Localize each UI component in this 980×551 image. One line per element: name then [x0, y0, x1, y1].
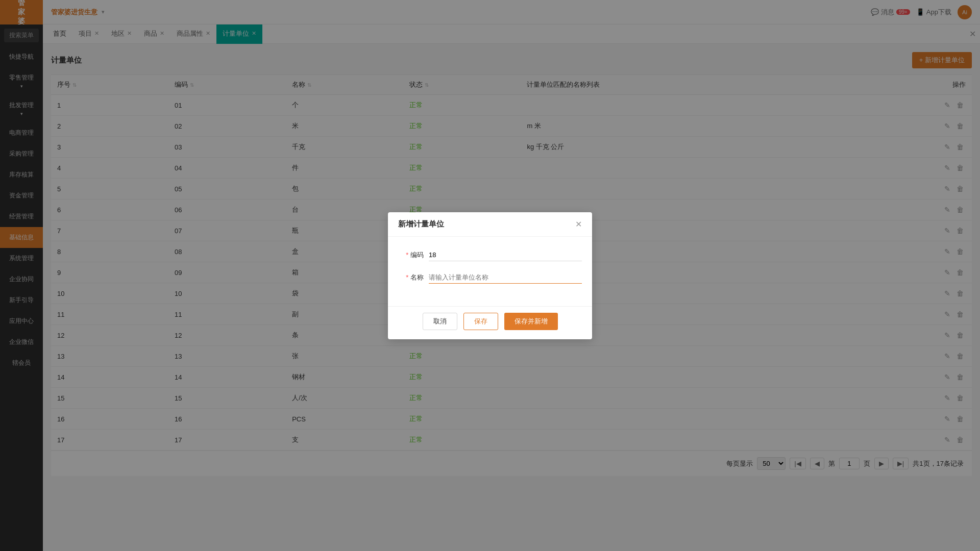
save-and-new-button[interactable]: 保存并新增	[504, 313, 558, 330]
modal-body: 编码 名称	[388, 237, 592, 306]
modal-title: 新增计量单位	[398, 219, 444, 229]
name-input[interactable]	[429, 271, 582, 284]
modal-footer: 取消 保存 保存并新增	[388, 306, 592, 339]
form-item-code: 编码	[398, 249, 582, 261]
modal-overlay: 新增计量单位 ✕ 编码 名称 取消 保存 保存并新增	[0, 0, 980, 551]
form-item-name: 名称	[398, 271, 582, 284]
code-input[interactable]	[429, 249, 582, 261]
name-label: 名称	[398, 273, 424, 282]
add-unit-modal: 新增计量单位 ✕ 编码 名称 取消 保存 保存并新增	[388, 212, 592, 339]
modal-header: 新增计量单位 ✕	[388, 212, 592, 237]
cancel-button[interactable]: 取消	[423, 313, 457, 330]
modal-close-button[interactable]: ✕	[575, 219, 582, 229]
code-label: 编码	[398, 251, 424, 260]
save-button[interactable]: 保存	[463, 313, 498, 330]
